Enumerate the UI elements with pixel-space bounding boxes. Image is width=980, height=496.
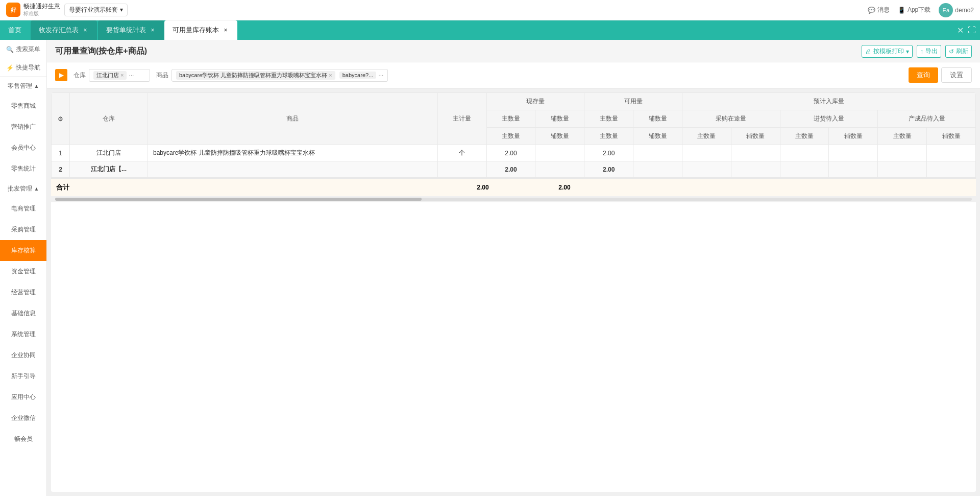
tab-receipts[interactable]: 收发存汇总表 × bbox=[31, 20, 97, 40]
sidebar-item-finance[interactable]: 资金管理 bbox=[0, 261, 46, 282]
sidebar-item-retail-mall[interactable]: 零售商城 bbox=[0, 96, 46, 116]
purchase-label: 采购管理 bbox=[11, 225, 36, 234]
sidebar-item-enterprise-collab[interactable]: 企业协同 bbox=[0, 345, 46, 366]
enterprise-wechat-label: 企业微信 bbox=[11, 414, 36, 422]
tab-order-stats-close[interactable]: × bbox=[149, 27, 156, 34]
row2-cur-aux bbox=[535, 161, 584, 178]
expand-arrow-icon: ▲ bbox=[34, 83, 39, 89]
th-av-main2: 主数量 bbox=[584, 128, 633, 145]
message-action[interactable]: 💬 消息 bbox=[868, 6, 890, 14]
quicknav-label: 快捷导航 bbox=[16, 63, 40, 72]
tab-home[interactable]: 首页 bbox=[0, 20, 30, 40]
footer-current-main: 2.00 bbox=[462, 184, 503, 191]
tab-available-stock-close[interactable]: × bbox=[222, 27, 229, 34]
scroll-thumb[interactable] bbox=[55, 198, 422, 201]
sidebar-item-system[interactable]: 系统管理 bbox=[0, 324, 46, 345]
product-tag1: babycare学饮杯 儿童防摔防撞吸管杯重力球吸嘴杯宝宝水杯 × bbox=[176, 71, 335, 80]
search-label: 搜索菜单 bbox=[16, 45, 40, 54]
warehouse-filter-label: 仓库 bbox=[74, 71, 86, 80]
username: demo2 bbox=[955, 7, 974, 14]
sidebar-item-retail-stats[interactable]: 零售统计 bbox=[0, 158, 46, 179]
finance-label: 资金管理 bbox=[11, 267, 36, 276]
user-profile[interactable]: Ea demo2 bbox=[939, 3, 974, 17]
product-input[interactable]: babycare学饮杯 儿童防摔防撞吸管杯重力球吸嘴杯宝宝水杯 × babyca… bbox=[172, 69, 388, 82]
row2-pur-aux bbox=[731, 161, 780, 178]
expand-arrow-icon2: ▲ bbox=[34, 186, 39, 192]
retail-mall-label: 零售商城 bbox=[11, 102, 36, 110]
nav-tabs: 首页 收发存汇总表 × 要货单统计表 × 可用量库存账本 × ✕ ⛶ bbox=[0, 20, 980, 40]
export-btn[interactable]: ↑ 导出 bbox=[917, 45, 941, 58]
row1-pur-main bbox=[682, 145, 731, 161]
refresh-label: 刷新 bbox=[956, 47, 968, 56]
app-download-action[interactable]: 📱 App下载 bbox=[898, 6, 930, 14]
sidebar-item-ecommerce[interactable]: 电商管理 bbox=[0, 198, 46, 219]
th-production: 产成品待入量 bbox=[878, 110, 976, 128]
th-av-aux2: 辅数量 bbox=[633, 128, 682, 145]
sidebar-item-basic-info[interactable]: 基础信息 bbox=[0, 303, 46, 324]
page-header: 可用量查询(按仓库+商品) 🖨 按模板打印 ▾ ↑ 导出 ↺ 刷新 bbox=[47, 40, 980, 62]
top-bar-left: 好 畅捷通好生意 标准版 母婴行业演示账套 ▾ bbox=[6, 3, 128, 17]
close-all-icon[interactable]: ✕ bbox=[957, 26, 964, 35]
row1-product: babycare学饮杯 儿童防摔防撞吸管杯重力球吸嘴杯宝宝水杯 bbox=[148, 145, 438, 161]
th-settings[interactable]: ⚙ bbox=[52, 93, 70, 145]
filter-more-icon2[interactable]: ··· bbox=[378, 72, 383, 79]
th-pur-aux: 辅数量 bbox=[731, 128, 780, 145]
filter-more-icon[interactable]: ··· bbox=[129, 72, 134, 79]
tab-receipts-close[interactable]: × bbox=[82, 27, 89, 34]
sidebar-item-purchase[interactable]: 采购管理 bbox=[0, 219, 46, 240]
available-stock-tab-label: 可用量库存账本 bbox=[173, 26, 219, 35]
sidebar-item-member-vip[interactable]: 畅会员 bbox=[0, 429, 46, 450]
tab-order-stats[interactable]: 要货单统计表 × bbox=[98, 20, 164, 40]
th-inc-main: 主数量 bbox=[780, 128, 829, 145]
scroll-bar-area[interactable] bbox=[51, 196, 976, 202]
sidebar-item-operations[interactable]: 经营管理 bbox=[0, 282, 46, 303]
quicknav-icon: ⚡ bbox=[6, 64, 14, 72]
sidebar-item-enterprise-wechat[interactable]: 企业微信 bbox=[0, 408, 46, 429]
table-row: 2 江北门店【... 2.00 2.00 bbox=[52, 161, 976, 178]
product-filter-label: 商品 bbox=[156, 71, 168, 80]
row2-pro-aux bbox=[927, 161, 976, 178]
logo-text: 畅捷通好生意 bbox=[23, 3, 60, 10]
sidebar-quicknav[interactable]: ⚡ 快捷导航 bbox=[0, 59, 46, 77]
settings-btn[interactable]: 设置 bbox=[941, 67, 972, 83]
warehouse-tag-close[interactable]: × bbox=[120, 72, 124, 78]
sidebar-item-app-center[interactable]: 应用中心 bbox=[0, 387, 46, 408]
industry-selector[interactable]: 母婴行业演示账套 ▾ bbox=[64, 4, 128, 16]
template-print-btn[interactable]: 🖨 按模板打印 ▾ bbox=[862, 45, 913, 58]
sidebar-item-wholesale-mgmt[interactable]: 批发管理 ▲ bbox=[0, 179, 46, 198]
industry-label: 母婴行业演示账套 bbox=[69, 6, 118, 14]
product-tag1-close[interactable]: × bbox=[329, 72, 332, 78]
row1-inc-aux bbox=[829, 145, 878, 161]
table-footer: 合计 2.00 2.00 bbox=[51, 178, 976, 196]
product-tag1-value: babycare学饮杯 儿童防摔防撞吸管杯重力球吸嘴杯宝宝水杯 bbox=[179, 72, 327, 79]
th-current-stock: 现存量 bbox=[486, 93, 584, 110]
row2-cur-main: 2.00 bbox=[486, 161, 535, 178]
th-purchase-transit: 采购在途量 bbox=[682, 110, 780, 128]
sidebar-search[interactable]: 🔍 搜索菜单 bbox=[0, 40, 46, 59]
chevron-down-icon2: ▾ bbox=[906, 48, 909, 55]
filter-toggle-btn[interactable]: ▶ bbox=[55, 69, 67, 81]
sidebar-item-new-guide[interactable]: 新手引导 bbox=[0, 366, 46, 387]
row1-av-main: 2.00 bbox=[584, 145, 633, 161]
row2-num: 2 bbox=[52, 161, 70, 178]
th-pro-aux: 辅数量 bbox=[927, 128, 976, 145]
message-icon: 💬 bbox=[868, 7, 875, 14]
scroll-track[interactable] bbox=[55, 198, 972, 201]
content-area: 可用量查询(按仓库+商品) 🖨 按模板打印 ▾ ↑ 导出 ↺ 刷新 bbox=[47, 40, 980, 496]
expand-icon[interactable]: ⛶ bbox=[968, 26, 976, 35]
row1-pro-aux bbox=[927, 145, 976, 161]
sidebar-item-inventory[interactable]: 库存核算 bbox=[0, 240, 46, 261]
sidebar-item-marketing[interactable]: 营销推广 bbox=[0, 116, 46, 137]
sidebar-item-member-center[interactable]: 会员中心 bbox=[0, 137, 46, 158]
footer-label: 合计 bbox=[56, 183, 117, 192]
th-cur-aux2: 辅数量 bbox=[535, 128, 584, 145]
query-btn[interactable]: 查询 bbox=[909, 67, 938, 83]
refresh-btn[interactable]: ↺ 刷新 bbox=[945, 45, 972, 58]
tab-available-stock[interactable]: 可用量库存账本 × bbox=[164, 20, 237, 40]
sidebar-item-retail-mgmt[interactable]: 零售管理 ▲ bbox=[0, 77, 46, 96]
inventory-label: 库存核算 bbox=[11, 246, 36, 255]
warehouse-input[interactable]: 江北门店 × ··· bbox=[89, 69, 150, 82]
row1-cur-main: 2.00 bbox=[486, 145, 535, 161]
message-label: 消息 bbox=[877, 6, 890, 14]
table-row: 1 江北门店 babycare学饮杯 儿童防摔防撞吸管杯重力球吸嘴杯宝宝水杯 个… bbox=[52, 145, 976, 161]
